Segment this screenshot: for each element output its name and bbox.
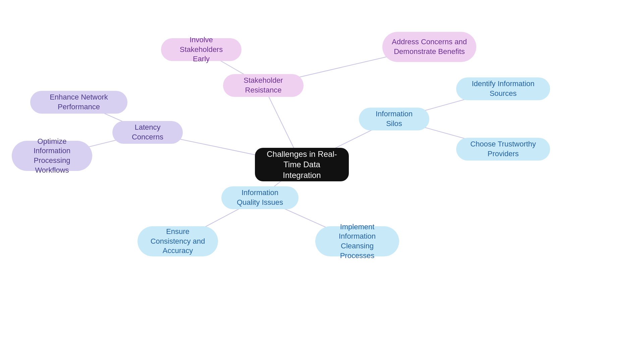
latency-concerns-node[interactable]: Latency Concerns — [112, 121, 183, 144]
identify-sources-node[interactable]: Identify Information Sources — [456, 77, 550, 100]
address-concerns-node[interactable]: Address Concerns and Demonstrate Benefit… — [382, 32, 476, 62]
information-quality-node[interactable]: Information Quality Issues — [221, 186, 299, 209]
center-node[interactable]: Challenges in Real-Time Data Integration — [255, 148, 349, 181]
optimize-workflows-node[interactable]: Optimize Information Processing Workflow… — [12, 141, 92, 171]
choose-providers-node[interactable]: Choose Trustworthy Providers — [456, 138, 550, 161]
information-silos-node[interactable]: Information Silos — [359, 108, 429, 130]
stakeholder-resistance-node[interactable]: Stakeholder Resistance — [223, 74, 304, 97]
implement-cleansing-node[interactable]: Implement Information Cleansing Processe… — [315, 226, 399, 256]
ensure-consistency-node[interactable]: Ensure Consistency and Accuracy — [138, 226, 218, 256]
involve-stakeholders-node[interactable]: Involve Stakeholders Early — [161, 38, 241, 61]
enhance-network-node[interactable]: Enhance Network Performance — [30, 91, 127, 114]
